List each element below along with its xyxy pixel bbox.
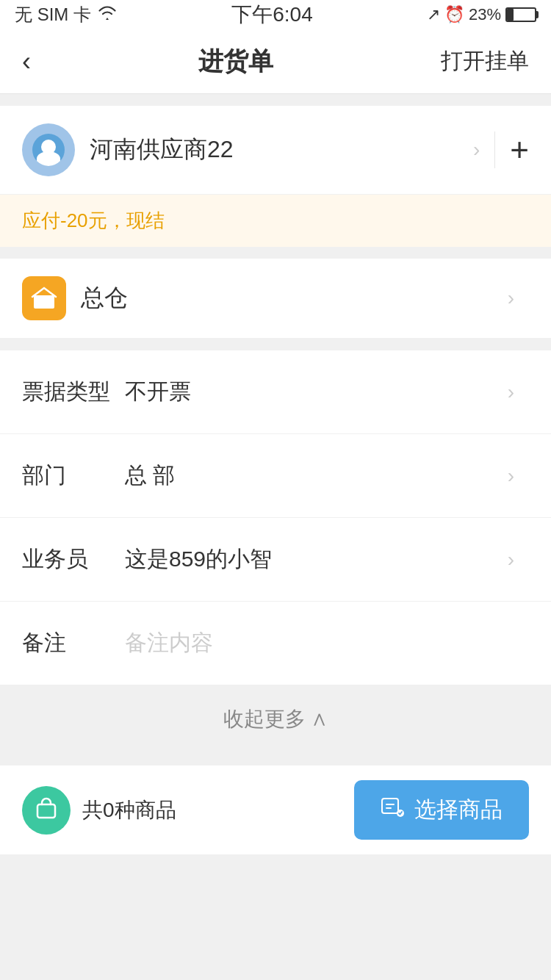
nav-bar: ‹ 进货单 打开挂单 — [0, 29, 551, 94]
warehouse-name: 总仓 — [81, 282, 508, 314]
remark-row[interactable]: 备注 备注内容 — [0, 602, 551, 685]
supplier-notice: 应付-20元，现结 — [0, 195, 551, 247]
product-count-area: 共0种商品 — [22, 786, 176, 835]
warehouse-chevron-icon: › — [508, 287, 514, 310]
warehouse-icon — [22, 276, 66, 320]
department-value: 总 部 — [125, 461, 508, 491]
svg-rect-0 — [34, 295, 54, 309]
select-product-button[interactable]: 选择商品 — [354, 780, 529, 840]
salesman-value: 这是859的小智 — [125, 544, 508, 574]
invoice-value: 不开票 — [125, 377, 508, 407]
invoice-row[interactable]: 票据类型 不开票 › — [0, 350, 551, 434]
department-chevron-icon: › — [508, 464, 514, 488]
warehouse-section: 总仓 › — [0, 259, 551, 339]
status-left: 无 SIM 卡 — [15, 3, 118, 26]
status-time: 下午6:04 — [231, 1, 313, 29]
select-product-label: 选择商品 — [414, 795, 503, 825]
content-area: 河南供应商22 › + 应付-20元，现结 总仓 › 票据类型 不开票 › 部门 — [0, 106, 551, 854]
salesman-label: 业务员 — [22, 544, 125, 574]
add-supplier-button[interactable]: + — [494, 131, 529, 168]
page-title: 进货单 — [198, 45, 273, 79]
remark-input[interactable]: 备注内容 — [125, 628, 529, 658]
salesman-chevron-icon: › — [508, 548, 514, 572]
status-right: ↗ ⏰ 23% — [427, 5, 536, 24]
supplier-name: 河南供应商22 — [90, 134, 473, 166]
salesman-row[interactable]: 业务员 这是859的小智 › — [0, 518, 551, 602]
form-section: 票据类型 不开票 › 部门 总 部 › 业务员 这是859的小智 › 备注 备注… — [0, 350, 551, 685]
svg-rect-2 — [382, 799, 398, 813]
warehouse-row[interactable]: 总仓 › — [0, 259, 551, 339]
collapse-bar[interactable]: 收起更多 ∧ — [0, 685, 551, 754]
wifi-icon — [97, 4, 118, 25]
avatar-icon — [32, 134, 65, 166]
bottom-bar: 共0种商品 选择商品 — [0, 765, 551, 854]
invoice-label: 票据类型 — [22, 377, 125, 407]
status-bar: 无 SIM 卡 下午6:04 ↗ ⏰ 23% — [0, 0, 551, 29]
battery-icon — [505, 7, 536, 22]
svg-rect-1 — [37, 804, 55, 818]
department-label: 部门 — [22, 461, 125, 491]
invoice-chevron-icon: › — [508, 381, 514, 404]
select-product-icon — [381, 797, 406, 823]
open-pending-button[interactable]: 打开挂单 — [441, 46, 529, 76]
alarm-icon: ⏰ — [444, 5, 464, 24]
battery-percent: 23% — [469, 5, 501, 24]
supplier-section: 河南供应商22 › + 应付-20元，现结 — [0, 106, 551, 247]
location-icon: ↗ — [427, 5, 440, 24]
remark-label: 备注 — [22, 628, 125, 658]
product-icon — [22, 786, 71, 835]
supplier-chevron-icon: › — [473, 138, 480, 162]
product-count-text: 共0种商品 — [82, 796, 176, 824]
back-button[interactable]: ‹ — [22, 46, 31, 77]
supplier-avatar — [22, 123, 75, 176]
carrier-label: 无 SIM 卡 — [15, 3, 91, 26]
department-row[interactable]: 部门 总 部 › — [0, 434, 551, 518]
supplier-row[interactable]: 河南供应商22 › + — [0, 106, 551, 195]
